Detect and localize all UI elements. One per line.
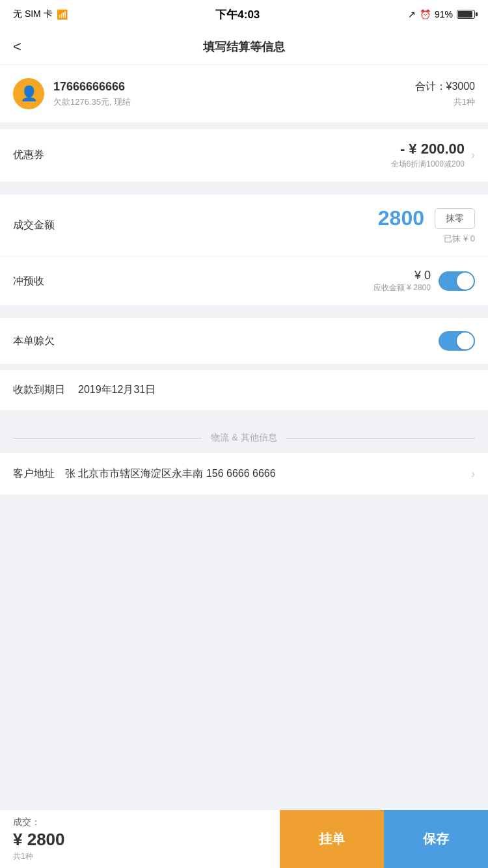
customer-total: 合计：¥3000 (415, 80, 476, 94)
debt-row: 本单赊欠 (0, 318, 488, 364)
logistics-header: 物流 & 其他信息 (0, 423, 488, 453)
back-button[interactable]: < (8, 33, 27, 61)
nav-bar: < 填写结算等信息 (0, 29, 488, 65)
main-content: 👤 17666666666 欠款1276.35元, 现结 合计：¥3000 共1… (0, 65, 488, 560)
coupon-desc: 全场6折满1000减200 (391, 159, 465, 170)
bottom-deal-amount: ¥ 2800 (13, 830, 267, 850)
battery-icon (457, 10, 475, 19)
duedate-label: 收款到期日 (13, 383, 65, 397)
coupon-label: 优惠券 (13, 148, 44, 162)
address-label: 客户地址 (13, 467, 59, 481)
bottom-bar: 成交： ¥ 2800 共1种 挂单 保存 (0, 809, 488, 868)
deal-amount-value: 2800 (378, 206, 424, 230)
section-divider-2 (0, 312, 488, 318)
bottom-deal-label: 成交： (13, 817, 267, 828)
customer-left: 👤 17666666666 欠款1276.35元, 现结 (13, 78, 131, 109)
bottom-info: 成交： ¥ 2800 共1种 (0, 817, 280, 862)
address-value: 张 北京市市辖区海淀区永丰南 156 6666 6666 (65, 466, 465, 481)
customer-info: 17666666666 欠款1276.35元, 现结 (53, 80, 131, 108)
hold-button[interactable]: 挂单 (280, 810, 384, 869)
customer-right: 合计：¥3000 共1种 (415, 80, 476, 108)
location-icon: ↗ (408, 9, 416, 20)
customer-card: 👤 17666666666 欠款1276.35元, 现结 合计：¥3000 共1… (0, 65, 488, 122)
chevron-right-icon: › (471, 148, 475, 162)
debt-toggle[interactable] (439, 331, 475, 351)
coupon-row[interactable]: 优惠券 - ¥ 200.00 全场6折满1000减200 › (0, 129, 488, 182)
save-button[interactable]: 保存 (384, 810, 488, 869)
prepay-right: ¥ 0 应收金额 ¥ 2800 (373, 269, 475, 293)
duedate-row: 收款到期日 2019年12月31日 (0, 370, 488, 410)
address-chevron-icon: › (471, 467, 475, 481)
status-right: ↗ ⏰ 91% (408, 9, 475, 20)
round-button[interactable]: 抹零 (435, 208, 475, 229)
wifi-icon: 📶 (57, 9, 68, 20)
deal-amount-right: 2800 抹零 已抹 ¥ 0 (378, 206, 475, 245)
battery-text: 91% (435, 9, 453, 20)
debt-label: 本单赊欠 (13, 334, 65, 348)
status-time: 下午4:03 (215, 7, 260, 22)
debt-toggle-knob (457, 332, 474, 349)
prepay-sub: 应收金额 ¥ 2800 (373, 282, 431, 293)
alarm-icon: ⏰ (420, 9, 431, 20)
deal-amount-sub: 已抹 ¥ 0 (378, 233, 475, 245)
prepay-toggle[interactable] (439, 271, 475, 291)
logistics-line-right (286, 438, 475, 439)
carrier-text: 无 SIM 卡 (13, 8, 53, 20)
customer-count: 共1种 (415, 96, 476, 108)
prepay-amount: ¥ 0 (373, 269, 431, 282)
logistics-title: 物流 & 其他信息 (211, 432, 277, 444)
prepay-row: 冲预收 ¥ 0 应收金额 ¥ 2800 (0, 257, 488, 305)
customer-phone: 17666666666 (53, 80, 131, 94)
deal-amount-group: 2800 抹零 (378, 206, 475, 230)
deal-amount-section: 成交金额 2800 抹零 已抹 ¥ 0 冲预收 ¥ 0 应收金额 ¥ 2800 (0, 195, 488, 305)
coupon-right: - ¥ 200.00 全场6折满1000减200 › (391, 141, 475, 170)
status-bar: 无 SIM 卡 📶 下午4:03 ↗ ⏰ 91% (0, 0, 488, 29)
prepay-label: 冲预收 (13, 275, 65, 288)
deal-amount-row: 成交金额 2800 抹零 已抹 ¥ 0 (0, 195, 488, 257)
customer-debt: 欠款1276.35元, 现结 (53, 96, 131, 108)
total-amount: ¥3000 (446, 81, 476, 92)
section-divider-1 (0, 188, 488, 195)
duedate-value: 2019年12月31日 (78, 383, 156, 397)
status-left: 无 SIM 卡 📶 (13, 8, 68, 20)
total-label: 合计： (415, 81, 446, 92)
page-title: 填写结算等信息 (203, 39, 285, 55)
coupon-amount: - ¥ 200.00 (391, 141, 465, 157)
avatar: 👤 (13, 78, 44, 109)
deal-amount-label: 成交金额 (13, 219, 65, 232)
toggle-knob (457, 273, 474, 290)
logistics-line-left (13, 438, 202, 439)
bottom-count: 共1种 (13, 851, 267, 862)
address-row[interactable]: 客户地址 张 北京市市辖区海淀区永丰南 156 6666 6666 › (0, 453, 488, 495)
section-divider-3 (0, 416, 488, 423)
